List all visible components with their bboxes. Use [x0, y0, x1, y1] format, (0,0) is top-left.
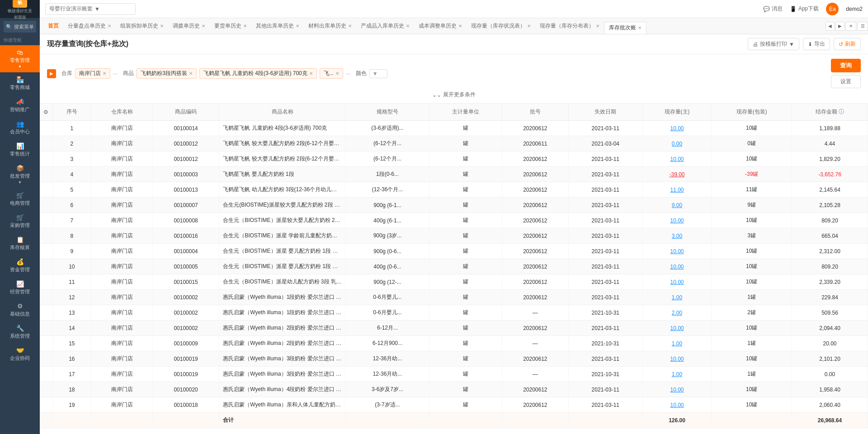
- balance-info-icon[interactable]: ⓘ: [839, 108, 844, 115]
- td-code: 00100020: [153, 382, 219, 397]
- tab-成本调整单历史[interactable]: 成本调整单历史 ✕: [414, 20, 467, 33]
- close-icon[interactable]: ✕: [596, 24, 599, 28]
- top-bar: 母婴行业演示账套 ▼ 💬 消息 📱 App下载 Ea demo2: [40, 0, 868, 18]
- query-button[interactable]: 查询: [831, 59, 861, 72]
- color-dropdown-arrow[interactable]: ▼: [369, 69, 387, 78]
- td-stock-main[interactable]: 10.00: [642, 274, 712, 290]
- td-stock-main[interactable]: 10.00: [642, 121, 712, 136]
- close-icon[interactable]: ✕: [638, 25, 642, 30]
- close-icon[interactable]: ✕: [160, 24, 164, 28]
- sidebar-item-basic-info[interactable]: ⚙ 基础信息: [0, 299, 40, 321]
- close-icon[interactable]: ✕: [348, 24, 352, 28]
- td-unit: 罐: [429, 228, 502, 244]
- product-tag-2-close[interactable]: ✕: [309, 71, 313, 76]
- nav-next-button[interactable]: ▶: [835, 22, 844, 31]
- sidebar-item-retail-management[interactable]: 🛍 零售管理 ▼: [0, 45, 40, 72]
- sidebar-item-wholesale[interactable]: 📦 批发管理 ▼: [0, 161, 40, 188]
- sidebar-item-system[interactable]: 🔧 系统管理: [0, 321, 40, 343]
- sidebar-item-members[interactable]: 👥 会员中心: [0, 117, 40, 139]
- td-code: 00100002: [153, 290, 219, 305]
- td-stock-main[interactable]: 10.00: [642, 351, 712, 367]
- tab-其他出库单历史[interactable]: 其他出库单历史 ✕: [251, 20, 304, 33]
- th-settings[interactable]: ⚙: [40, 104, 52, 121]
- user-avatar[interactable]: Ea: [826, 3, 839, 15]
- td-stock-main[interactable]: 10.00: [642, 259, 712, 274]
- td-stock-main[interactable]: 0.00: [642, 136, 712, 151]
- close-icon[interactable]: ✕: [296, 24, 299, 28]
- page-header: 现存量查询(按仓库+批次) 🖨 按模板打印 ▼ ⬇ 导出 ↺ 刷新: [40, 34, 868, 54]
- td-stock-main[interactable]: 10.00: [642, 213, 712, 228]
- tab-现存量库存分布表[interactable]: 现存量（库存分布表） ✕: [535, 20, 604, 33]
- td-balance: 20.00: [792, 336, 868, 351]
- td-settings: [40, 351, 52, 367]
- tab-调拨单历史[interactable]: 调拨单历史 ✕: [168, 20, 210, 33]
- nav-menu-button[interactable]: ☰: [857, 22, 868, 31]
- td-stock-main[interactable]: 10.00: [642, 244, 712, 259]
- tab-现存量库存状况表[interactable]: 现存量（库存状况表） ✕: [467, 20, 535, 33]
- template-print-button[interactable]: 🖨 按模板打印 ▼: [748, 38, 799, 50]
- sidebar-item-operations[interactable]: 📈 经营管理: [0, 277, 40, 299]
- td-code: 00100002: [153, 321, 219, 336]
- td-stock-main[interactable]: 1.00: [642, 290, 712, 305]
- td-stock-main[interactable]: -39.00: [642, 167, 712, 182]
- td-stock-main[interactable]: 2.00: [642, 305, 712, 321]
- td-stock-main[interactable]: 9.00: [642, 198, 712, 213]
- td-stock-main[interactable]: 10.00: [642, 321, 712, 336]
- settings-button[interactable]: 设置: [831, 75, 861, 88]
- warehouse-tag-close[interactable]: ✕: [103, 71, 106, 76]
- sidebar-item-label: 电商管理: [10, 200, 30, 207]
- tab-home[interactable]: 首页: [43, 20, 63, 33]
- tab-产成品入库单历史[interactable]: 产成品入库单历史 ✕: [356, 20, 414, 33]
- nav-prev-button[interactable]: ◀: [826, 22, 835, 31]
- tab-材料出库单历史[interactable]: 材料出库单历史 ✕: [304, 20, 356, 33]
- td-seq: 16: [52, 351, 91, 367]
- td-name: 合生元（BIOSTIME）派星 婴儿配方奶粉 1段 乳铁蛋白的...: [219, 244, 346, 259]
- td-stock-main[interactable]: 10.00: [642, 151, 712, 167]
- product-tag-3-close[interactable]: ✕: [335, 71, 339, 76]
- sidebar-item-purchase[interactable]: 🛒 采购管理: [0, 210, 40, 232]
- app-download-button[interactable]: 📱 App下载: [790, 5, 819, 13]
- td-expire: 2021-10-31: [568, 367, 642, 382]
- page-title: 现存量查询(按仓库+批次): [47, 39, 128, 49]
- sidebar-item-finance[interactable]: 💰 资金管理: [0, 255, 40, 277]
- td-expire: 2021-03-11: [568, 397, 642, 413]
- product-ellipsis[interactable]: ···: [346, 71, 350, 77]
- td-batch: 20200612: [502, 182, 568, 198]
- td-stock-main[interactable]: 1.00: [642, 367, 712, 382]
- td-stock-main[interactable]: 10.00: [642, 382, 712, 397]
- export-button[interactable]: ⬇ 导出: [803, 38, 830, 50]
- close-icon[interactable]: ✕: [202, 24, 205, 28]
- sidebar-item-retail-mall[interactable]: 🏪 零售商城: [0, 72, 40, 94]
- sidebar-item-enterprise[interactable]: 🤝 企业协同: [0, 343, 40, 365]
- filter-expand-button[interactable]: ▶: [47, 69, 56, 78]
- sidebar-item-marketing[interactable]: 📣 营销推广: [0, 94, 40, 117]
- tab-要货单历史[interactable]: 要货单历史 ✕: [210, 20, 251, 33]
- close-icon[interactable]: ✕: [458, 24, 462, 28]
- nav-close-button[interactable]: ✕: [845, 22, 856, 31]
- close-icon[interactable]: ✕: [243, 24, 247, 28]
- close-icon[interactable]: ✕: [108, 24, 111, 28]
- tab-库存批次账[interactable]: 库存批次账 ✕: [604, 22, 646, 34]
- td-stock-main[interactable]: 11.00: [642, 182, 712, 198]
- sidebar-item-retail-stats[interactable]: 📊 零售统计: [0, 139, 40, 161]
- product-tag-1-close[interactable]: ✕: [189, 71, 193, 76]
- td-stock-main[interactable]: 3.00: [642, 228, 712, 244]
- expand-more-button[interactable]: ⌄⌄ 展开更多条件: [432, 91, 476, 99]
- td-stock-main[interactable]: 1.00: [642, 336, 712, 351]
- td-settings: [40, 367, 52, 382]
- sidebar-item-inventory[interactable]: 📋 库存核算: [0, 232, 40, 255]
- warehouse-ellipsis[interactable]: ···: [113, 71, 118, 77]
- refresh-button[interactable]: ↺ 刷新: [834, 38, 861, 50]
- tab-分量盘点单历史[interactable]: 分量盘点单历史 ✕: [63, 20, 116, 33]
- close-icon[interactable]: ✕: [527, 24, 531, 28]
- td-stock-main[interactable]: 10.00: [642, 397, 712, 413]
- tab-组装拆卸单历史[interactable]: 组装拆卸单历史 ✕: [116, 20, 168, 33]
- basic-info-icon: ⚙: [17, 302, 23, 310]
- sidebar-search-button[interactable]: 🔍 搜索英单: [4, 21, 36, 33]
- breadcrumb[interactable]: 母婴行业演示账套 ▼: [45, 3, 136, 15]
- message-button[interactable]: 💬 消息: [763, 5, 783, 13]
- td-spec: (3-6岁适用)...: [346, 121, 429, 136]
- close-icon[interactable]: ✕: [406, 24, 410, 28]
- td-stock-pkg: 10罐: [712, 259, 792, 274]
- sidebar-item-ecommerce[interactable]: 🛒 电商管理: [0, 188, 40, 210]
